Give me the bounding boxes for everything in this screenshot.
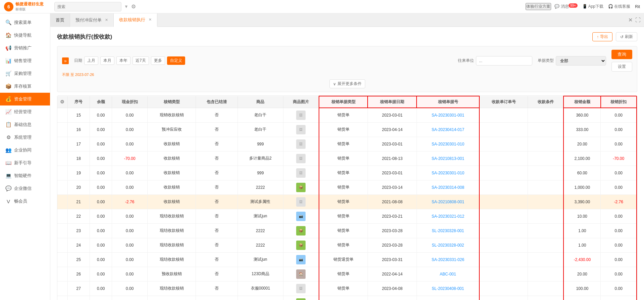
cell-cancel-bill-date: 2023-03-28 bbox=[368, 223, 417, 238]
sidebar-item-sales[interactable]: 📊 销售管理 bbox=[0, 54, 50, 67]
cell-cash-discount: 0.00 bbox=[112, 281, 147, 296]
cell-cancel-bill-type: 销货退货单 bbox=[319, 252, 368, 267]
cell-include-settled: 否 bbox=[196, 137, 238, 151]
date-btn-7days[interactable]: 近7天 bbox=[132, 56, 149, 65]
cancel-bill-no-link[interactable]: SL-20230328-001 bbox=[432, 228, 464, 233]
cell-cancel-discount: 0.00 bbox=[601, 252, 637, 267]
sidebar-item-collab[interactable]: 👥 企业协同 bbox=[0, 144, 50, 157]
cancel-bill-no-link[interactable]: SA-20230301-001 bbox=[432, 113, 464, 118]
message-icon[interactable]: 💬 消息 99+ bbox=[554, 4, 578, 9]
cell-product-image: 🖼 bbox=[283, 151, 319, 166]
cell-cancel-discount: 0.00 bbox=[601, 209, 637, 223]
date-btn-thismonth[interactable]: 本月 bbox=[100, 56, 114, 65]
trend-icon: 📈 bbox=[5, 109, 11, 115]
table-row: 21 0.00 -2.76 收款核销 否 测试多属性 🖼 销货单 2021-08… bbox=[57, 195, 637, 209]
setting-button[interactable]: 设置 bbox=[611, 62, 632, 72]
cell-receipt-condition bbox=[528, 238, 564, 252]
search-dropdown-icon[interactable]: ▼ bbox=[124, 4, 128, 9]
sidebar-item-nav[interactable]: 🏠 快捷导航 bbox=[0, 29, 50, 42]
cell-cancel-bill-date: 2023-04-14 bbox=[368, 122, 417, 137]
date-btn-custom[interactable]: 自定义 bbox=[167, 56, 185, 65]
cancel-bill-no-link[interactable]: SA-20230314-008 bbox=[432, 185, 464, 190]
sidebar-item-finance[interactable]: 💰 资金管理 bbox=[0, 93, 50, 105]
partner-filter-input[interactable] bbox=[476, 56, 532, 66]
tab-expand-icon[interactable]: ⛶ bbox=[635, 17, 641, 23]
cancel-bill-no-link[interactable]: SL-20230408-001 bbox=[432, 286, 464, 291]
settings-icon[interactable]: ⚙ bbox=[131, 3, 136, 10]
tab-prepay-close[interactable]: ✕ bbox=[105, 18, 108, 22]
sidebar-item-member[interactable]: V 畅会员 bbox=[0, 195, 50, 208]
cell-cancel-bill-date: 2023-04-18 bbox=[368, 296, 417, 300]
sidebar-item-hardware[interactable]: 💻 智能硬件 bbox=[0, 169, 50, 182]
sidebar-item-basic-label: 基础信息 bbox=[14, 122, 32, 128]
tab-prepay-label: 预付冲应付单 bbox=[75, 17, 102, 23]
cell-cash-discount: 0.00 bbox=[112, 108, 147, 122]
date-btn-more[interactable]: 更多 bbox=[151, 56, 165, 65]
cell-balance: 0.00 bbox=[90, 195, 112, 209]
cancel-bill-no-link[interactable]: SA-20210813-001 bbox=[432, 156, 464, 161]
query-button[interactable]: 查询 bbox=[611, 50, 632, 59]
cancel-bill-no-link[interactable]: ABC-001 bbox=[440, 272, 456, 276]
cell-product-image: 🖼 bbox=[283, 281, 319, 296]
col-settings-icon[interactable]: ⚙ bbox=[60, 99, 64, 104]
sidebar-item-purchase[interactable]: 🛒 采购管理 bbox=[0, 67, 50, 80]
table-row: 24 0.00 0.00 现结收款核销 否 2222 📦 销货单 2023-03… bbox=[57, 238, 637, 252]
cancel-bill-no-link[interactable]: SA-20230331-026 bbox=[432, 257, 464, 262]
search-input[interactable] bbox=[54, 2, 121, 11]
cell-include-settled: 否 bbox=[196, 122, 238, 137]
wechat-icon: 💬 bbox=[5, 185, 11, 191]
bill-type-filter-select[interactable]: 全部 销货单 销货退货单 bbox=[556, 56, 606, 66]
sidebar-item-basic[interactable]: 📋 基础信息 bbox=[0, 118, 50, 131]
app-download-link[interactable]: 📱 App下载 bbox=[582, 4, 603, 9]
cancel-bill-no-link[interactable]: SA-20230414-017 bbox=[432, 127, 464, 132]
cell-cancel-bill-no: SA-20230331-026 bbox=[417, 252, 479, 267]
cell-cancel-bill-type: 销货单 bbox=[319, 238, 368, 252]
cell-cancel-bill-type: 销货单 bbox=[319, 108, 368, 122]
export-button[interactable]: ↑ 导出 bbox=[592, 32, 612, 41]
cell-balance: 0.00 bbox=[90, 108, 112, 122]
sidebar-item-guide[interactable]: 📖 新手引导 bbox=[0, 157, 50, 169]
cancel-bill-no-link[interactable]: SA-20230321-012 bbox=[432, 214, 464, 219]
cart-icon: 🛒 bbox=[5, 71, 11, 77]
sidebar-item-search[interactable]: 🔍 搜索菜单 bbox=[0, 16, 50, 29]
solution-button[interactable]: 体验行业方案 bbox=[526, 3, 551, 10]
tab-bar: 首页 预付冲应付单 ✕ 收款核销执行 ✕ ✕ ⛶ bbox=[50, 13, 644, 27]
sidebar-item-marketing[interactable]: 📢 营销推广 bbox=[0, 42, 50, 54]
cancel-bill-no-link[interactable]: SA-20230301-010 bbox=[432, 171, 464, 175]
search-icon: 🔍 bbox=[5, 19, 11, 26]
filter-toggle-button[interactable]: » bbox=[62, 57, 69, 64]
table-row: 28 0.00 0.00 现结收款核销 否 2222 📦 销货单 2023-04… bbox=[57, 296, 637, 300]
date-btn-thisyear[interactable]: 本年 bbox=[116, 56, 130, 65]
tab-home[interactable]: 首页 bbox=[50, 13, 70, 27]
cell-product: 测试jun bbox=[238, 252, 283, 267]
cell-cancel-amount: 360.00 bbox=[564, 108, 601, 122]
cell-include-settled: 否 bbox=[196, 281, 238, 296]
table-header-row: ⚙ 序号 余额 现金折扣 核销类型 包含已结清 商品 商品图片 核销单据类型 bbox=[57, 96, 637, 108]
cell-cancel-amount: 100.00 bbox=[564, 296, 601, 300]
online-service-link[interactable]: 🎧 在线客服 bbox=[608, 4, 630, 9]
sidebar-item-inventory[interactable]: 📦 库存核算 bbox=[0, 80, 50, 93]
cell-cancel-bill-date: 2023-03-28 bbox=[368, 238, 417, 252]
tab-prepay[interactable]: 预付冲应付单 ✕ bbox=[70, 13, 114, 27]
refresh-button[interactable]: ↺ 刷新 bbox=[616, 32, 637, 41]
cancel-bill-no-link[interactable]: SA-20230301-010 bbox=[432, 142, 464, 146]
system-gear-icon: ⚙ bbox=[5, 134, 11, 140]
tab-close-icon[interactable]: ✕ bbox=[628, 17, 633, 23]
cell-cancel-amount: 333.00 bbox=[564, 122, 601, 137]
cell-product: 2222 bbox=[238, 296, 283, 300]
tab-receipt-close[interactable]: ✕ bbox=[149, 17, 152, 22]
cell-cancel-bill-date: 2023-03-01 bbox=[368, 166, 417, 180]
cancel-bill-no-link[interactable]: SA-20210808-001 bbox=[432, 200, 464, 204]
sidebar-item-operations[interactable]: 📈 经营管理 bbox=[0, 105, 50, 118]
expand-filters-button[interactable]: ∨ 展开更多条件 bbox=[329, 79, 365, 88]
cell-no: 16 bbox=[67, 122, 90, 137]
cancel-bill-no-link[interactable]: SL-20230328-002 bbox=[432, 243, 464, 248]
tab-receipt[interactable]: 收款核销执行 ✕ bbox=[114, 13, 157, 27]
money-icon: 💰 bbox=[5, 96, 11, 102]
date-btn-lastmonth[interactable]: 上月 bbox=[84, 56, 98, 65]
cell-cancel-amount: 1.00 bbox=[564, 238, 601, 252]
sidebar-item-wechat-label: 企业微信 bbox=[14, 185, 32, 191]
sidebar-item-system[interactable]: ⚙ 系统管理 bbox=[0, 131, 50, 144]
sidebar-item-wechat[interactable]: 💬 企业微信 bbox=[0, 182, 50, 195]
cell-cash-discount: 0.00 bbox=[112, 122, 147, 137]
